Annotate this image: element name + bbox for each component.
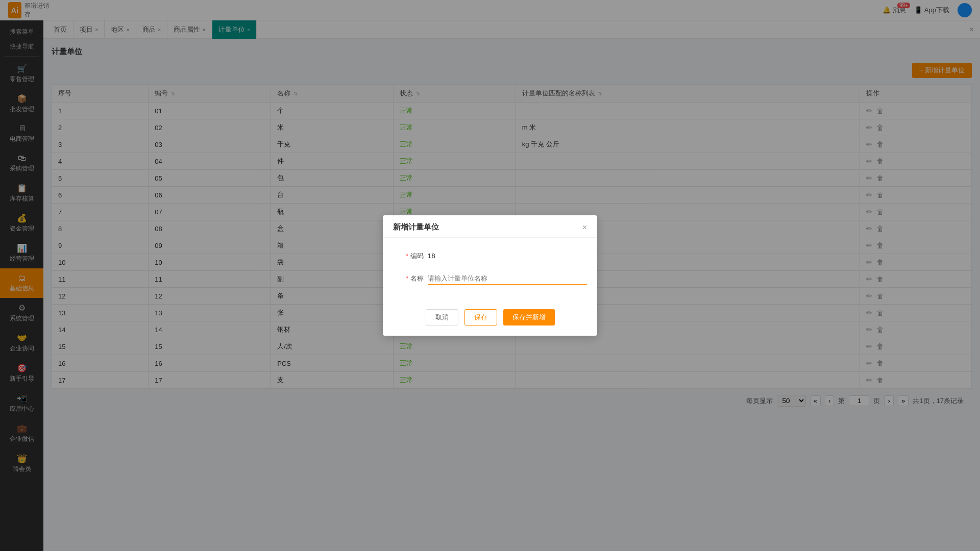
modal-overlay[interactable]: 新增计量单位 × 编码 名称 取消 保存 保存并新增 xyxy=(0,0,980,551)
modal-footer: 取消 保存 保存并新增 xyxy=(383,303,597,336)
name-label: 名称 xyxy=(393,274,424,283)
add-unit-modal: 新增计量单位 × 编码 名称 取消 保存 保存并新增 xyxy=(383,215,597,336)
modal-title: 新增计量单位 xyxy=(393,222,439,232)
code-input[interactable] xyxy=(428,250,587,262)
save-and-new-button[interactable]: 保存并新增 xyxy=(503,309,555,325)
cancel-button[interactable]: 取消 xyxy=(426,309,458,325)
modal-body: 编码 名称 xyxy=(383,238,597,303)
code-label: 编码 xyxy=(393,252,424,261)
modal-close-button[interactable]: × xyxy=(582,223,587,232)
modal-header: 新增计量单位 × xyxy=(383,215,597,238)
name-form-row: 名称 xyxy=(393,272,587,285)
save-button[interactable]: 保存 xyxy=(464,309,497,325)
code-form-row: 编码 xyxy=(393,250,587,262)
name-input[interactable] xyxy=(428,272,587,285)
